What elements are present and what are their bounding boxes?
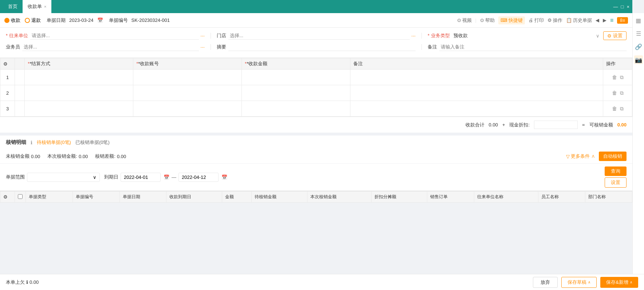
history-btn[interactable]: 📋 历史单据 xyxy=(566,17,592,24)
settlement-input-1[interactable] xyxy=(25,70,133,85)
cell-remark-2[interactable] xyxy=(350,85,603,101)
cell-amount-1[interactable] xyxy=(242,70,350,85)
receipt-type-group: 收款 退款 xyxy=(4,17,41,24)
calendar-icon[interactable]: 📅 xyxy=(97,17,103,23)
settings-button[interactable]: ⚙ 设置 xyxy=(603,31,627,40)
counterparty-label: * 往来单位 xyxy=(6,32,28,39)
minimize-icon[interactable]: — xyxy=(613,4,618,9)
cell-amount-2[interactable] xyxy=(242,85,350,101)
store-input[interactable] xyxy=(228,32,410,40)
copy-row-2-icon[interactable]: ⧉ xyxy=(620,90,624,96)
remark-input-2[interactable] xyxy=(350,85,603,101)
shortcut-btn[interactable]: ⌨ 快捷键 xyxy=(498,16,525,24)
done-tab[interactable]: 已核销单据(0笔) xyxy=(75,139,110,146)
print-btn[interactable]: 🖨 打印 xyxy=(529,17,544,24)
save-draft-btn[interactable]: 保存草稿 ∧ xyxy=(561,277,597,288)
sidebar-list-icon[interactable]: ☰ xyxy=(634,29,643,38)
print-label: 打印 xyxy=(534,17,544,24)
prev-info-icon[interactable]: ℹ xyxy=(26,279,28,285)
auto-writeoff-btn[interactable]: 自动核销 xyxy=(599,152,627,161)
salesperson-field: 业务员 ··· xyxy=(6,43,205,51)
help-btn[interactable]: ⊙ 帮助 xyxy=(480,17,495,24)
end-calendar-icon[interactable]: 📅 xyxy=(221,175,227,180)
writeoff-info-icon[interactable]: ℹ xyxy=(31,140,32,145)
sidebar-link-icon[interactable]: 🔗 xyxy=(634,42,643,51)
writeoff-title: 核销明细 xyxy=(6,139,26,146)
summary-row: 收款合计 0.00 + 现金折扣: = 可核销金额 0.00 xyxy=(0,117,632,133)
remark-input-3[interactable] xyxy=(350,101,603,116)
due-date-end-input[interactable] xyxy=(178,173,219,182)
account-input-1[interactable] xyxy=(133,70,242,85)
layout-toggle[interactable]: 8≡ xyxy=(617,17,628,24)
refund-radio[interactable]: 退款 xyxy=(25,17,41,24)
cell-remark-3[interactable] xyxy=(350,101,603,117)
summary-input[interactable] xyxy=(228,43,416,51)
amount-input-2[interactable] xyxy=(242,85,350,101)
delete-row-3-icon[interactable]: 🗑 xyxy=(612,106,617,111)
shortcut-label: 快捷键 xyxy=(508,17,523,24)
counterparty-input[interactable] xyxy=(30,32,199,40)
close-tab-icon[interactable]: × xyxy=(44,0,46,13)
amount-input-3[interactable] xyxy=(242,101,350,116)
save-new-btn[interactable]: 保存&新增 ∧ xyxy=(600,277,638,288)
cell-settlement-2[interactable] xyxy=(25,85,133,101)
row-num-3: 3 xyxy=(0,101,15,117)
total-value: 0.00 xyxy=(489,122,498,128)
range-select[interactable]: ∨ xyxy=(27,173,100,182)
sidebar-camera-icon[interactable]: 📷 xyxy=(634,55,643,64)
copy-row-1-icon[interactable]: ⧉ xyxy=(620,74,624,81)
pending-tab[interactable]: 待核销单据(0笔) xyxy=(37,139,71,146)
close-window-icon[interactable]: × xyxy=(627,4,629,9)
cell-settlement-3[interactable] xyxy=(25,101,133,117)
cell-account-1[interactable] xyxy=(133,70,242,85)
cell-account-2[interactable] xyxy=(133,85,242,101)
delete-row-2-icon[interactable]: 🗑 xyxy=(612,90,617,96)
salesperson-input[interactable] xyxy=(22,43,199,51)
copy-row-3-icon[interactable]: ⧉ xyxy=(620,106,624,112)
three-lines-icon[interactable]: ≡ xyxy=(610,17,613,24)
business-type-dropdown-icon[interactable]: ∨ xyxy=(596,33,600,39)
gear-icon[interactable]: ⚙ xyxy=(3,61,8,67)
receipt-radio[interactable]: 收款 xyxy=(4,17,20,24)
operate-btn[interactable]: ⚙ 操作 xyxy=(547,17,562,24)
net-value: 0.00 xyxy=(617,122,627,128)
prev-arrow-icon[interactable]: ◀ xyxy=(596,17,599,23)
cell-remark-1[interactable] xyxy=(350,70,603,85)
settlement-input-3[interactable] xyxy=(25,101,133,116)
delete-row-1-icon[interactable]: 🗑 xyxy=(612,74,617,80)
maximize-icon[interactable]: □ xyxy=(621,4,624,9)
salesperson-more-btn[interactable]: ··· xyxy=(200,44,205,50)
due-date-start-input[interactable] xyxy=(121,173,161,182)
cell-account-3[interactable] xyxy=(133,101,242,117)
select-all-checkbox[interactable] xyxy=(18,194,23,199)
cell-amount-3[interactable] xyxy=(242,101,350,117)
discount-input[interactable] xyxy=(534,121,578,129)
start-calendar-icon[interactable]: 📅 xyxy=(164,175,169,180)
sidebar-table-icon[interactable]: ▦ xyxy=(634,16,643,25)
remark-input-1[interactable] xyxy=(350,70,603,85)
cell-settlement-1[interactable] xyxy=(25,70,133,85)
active-tab[interactable]: 收款单 × xyxy=(23,0,51,13)
remarks-input[interactable] xyxy=(439,43,627,51)
settlement-input-2[interactable] xyxy=(25,85,133,101)
row-num-1: 1 xyxy=(0,70,15,85)
next-arrow-icon[interactable]: ▶ xyxy=(603,17,606,23)
abandon-btn[interactable]: 放弃 xyxy=(533,277,558,288)
store-more-btn[interactable]: ··· xyxy=(411,33,416,39)
bottom-gear-icon[interactable]: ⚙ xyxy=(3,194,8,200)
counterparty-more-btn[interactable]: ··· xyxy=(200,33,205,39)
remarks-label: 备注 xyxy=(428,44,437,50)
filter-settings-btn[interactable]: 设置 xyxy=(605,177,627,188)
account-input-2[interactable] xyxy=(133,85,242,101)
account-input-3[interactable] xyxy=(133,101,242,116)
video-btn[interactable]: ⊙ 视频 xyxy=(457,17,472,24)
query-btn[interactable]: 查询 xyxy=(605,166,627,176)
form-area: * 往来单位 ··· 门店 ··· * 业务类型 预收款 ∨ ⚙ 设置 xyxy=(0,28,632,58)
home-tab[interactable]: 首页 xyxy=(3,0,23,13)
cell-ops-1: 🗑 ⧉ xyxy=(603,70,632,85)
current-value: 0.00 xyxy=(79,154,88,159)
equals-sign: = xyxy=(582,122,585,128)
amount-input-1[interactable] xyxy=(242,70,350,85)
more-conditions-btn[interactable]: ▽ 更多条件 ∧ xyxy=(566,153,595,160)
prev-value: 0.00 xyxy=(30,279,39,285)
